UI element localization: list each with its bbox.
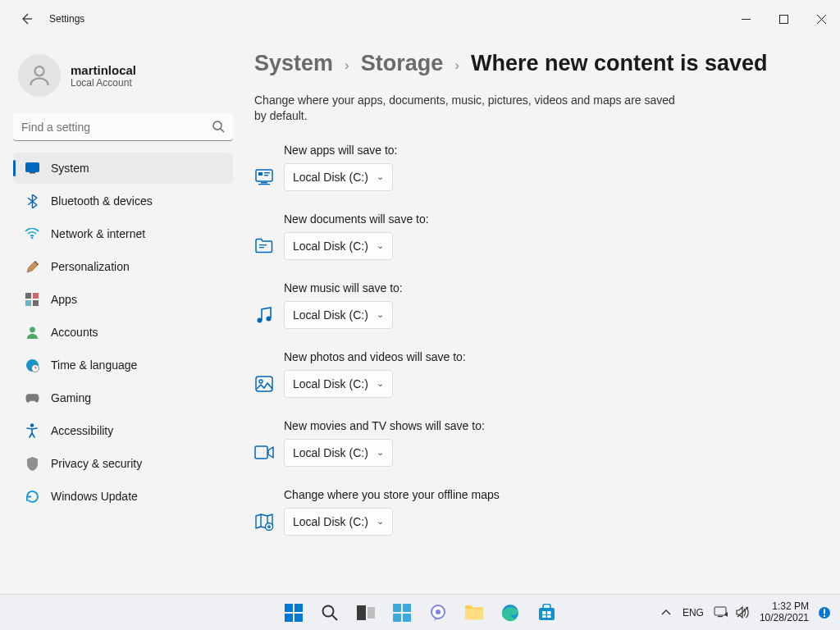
dropdown-value: Local Disk (C:) bbox=[293, 308, 368, 322]
clock[interactable]: 1:32 PM 10/28/2021 bbox=[760, 601, 809, 624]
nav-list: System Bluetooth & devices Network & int… bbox=[13, 153, 240, 512]
setting-apps: New apps will save to: Local Disk (C:)⌄ bbox=[254, 144, 815, 191]
svg-rect-25 bbox=[259, 247, 264, 248]
dropdown-value: Local Disk (C:) bbox=[293, 240, 368, 253]
search-box[interactable] bbox=[13, 113, 233, 141]
task-view-button[interactable] bbox=[350, 597, 381, 628]
person-icon bbox=[25, 326, 39, 339]
sidebar-item-gaming[interactable]: Gaming bbox=[13, 382, 233, 413]
system-icon bbox=[25, 162, 39, 174]
sidebar-item-label: Windows Update bbox=[51, 490, 138, 503]
svg-point-27 bbox=[267, 316, 272, 321]
svg-rect-49 bbox=[542, 611, 546, 614]
sidebar-item-update[interactable]: Windows Update bbox=[13, 481, 233, 512]
svg-rect-58 bbox=[824, 615, 825, 617]
svg-rect-53 bbox=[714, 607, 726, 615]
volume-tray-icon[interactable] bbox=[733, 597, 753, 628]
svg-line-6 bbox=[221, 129, 224, 132]
breadcrumb-storage[interactable]: Storage bbox=[361, 51, 444, 76]
music-location-dropdown[interactable]: Local Disk (C:)⌄ bbox=[284, 301, 393, 329]
explorer-button[interactable] bbox=[459, 597, 490, 628]
update-icon bbox=[25, 490, 39, 504]
minimize-button[interactable] bbox=[727, 6, 765, 32]
svg-point-36 bbox=[323, 605, 334, 616]
maximize-button[interactable] bbox=[765, 6, 802, 32]
notifications-button[interactable] bbox=[815, 597, 833, 628]
breadcrumb-system[interactable]: System bbox=[254, 51, 333, 76]
svg-rect-42 bbox=[393, 614, 401, 622]
widgets-button[interactable] bbox=[386, 597, 418, 628]
sidebar-item-label: Network & internet bbox=[51, 227, 145, 240]
setting-photos: New photos and videos will save to: Loca… bbox=[254, 350, 815, 398]
svg-rect-24 bbox=[259, 244, 267, 245]
photos-icon bbox=[254, 376, 274, 392]
svg-rect-43 bbox=[403, 614, 411, 622]
svg-point-29 bbox=[259, 380, 262, 383]
sidebar-item-system[interactable]: System bbox=[13, 153, 233, 184]
svg-rect-51 bbox=[542, 615, 546, 618]
network-tray-icon[interactable] bbox=[710, 597, 732, 628]
tray-overflow-button[interactable] bbox=[656, 597, 676, 628]
svg-rect-8 bbox=[30, 172, 35, 174]
sidebar-item-apps[interactable]: Apps bbox=[13, 284, 233, 315]
edge-button[interactable] bbox=[495, 597, 526, 628]
search-input[interactable] bbox=[13, 113, 233, 141]
chevron-down-icon: ⌄ bbox=[377, 240, 384, 251]
dropdown-value: Local Disk (C:) bbox=[293, 446, 368, 459]
svg-rect-13 bbox=[33, 300, 39, 306]
sidebar-item-privacy[interactable]: Privacy & security bbox=[13, 448, 233, 479]
chevron-right-icon: › bbox=[454, 57, 459, 74]
setting-label: New movies and TV shows will save to: bbox=[284, 419, 815, 432]
photos-location-dropdown[interactable]: Local Disk (C:)⌄ bbox=[284, 370, 393, 398]
sidebar-item-accessibility[interactable]: Accessibility bbox=[13, 415, 233, 446]
chevron-down-icon: ⌄ bbox=[377, 309, 384, 320]
apps-location-dropdown[interactable]: Local Disk (C:)⌄ bbox=[284, 163, 393, 191]
documents-location-dropdown[interactable]: Local Disk (C:)⌄ bbox=[284, 232, 393, 260]
sidebar-item-label: Personalization bbox=[51, 260, 130, 273]
sidebar-item-time[interactable]: Time & language bbox=[13, 349, 233, 381]
video-icon bbox=[254, 445, 274, 459]
sidebar-item-personalization[interactable]: Personalization bbox=[13, 251, 233, 282]
chevron-down-icon: ⌄ bbox=[377, 516, 384, 527]
movies-location-dropdown[interactable]: Local Disk (C:)⌄ bbox=[284, 439, 393, 467]
svg-rect-35 bbox=[294, 614, 303, 622]
title-bar: Settings bbox=[0, 0, 840, 38]
close-button[interactable] bbox=[802, 6, 840, 32]
language-indicator[interactable]: ENG bbox=[678, 607, 709, 619]
svg-rect-39 bbox=[368, 607, 375, 619]
svg-rect-32 bbox=[285, 604, 293, 612]
svg-rect-11 bbox=[33, 293, 39, 299]
svg-rect-34 bbox=[285, 614, 293, 622]
wifi-icon bbox=[25, 228, 39, 240]
back-button[interactable] bbox=[16, 9, 36, 29]
svg-rect-28 bbox=[256, 377, 272, 391]
svg-rect-48 bbox=[539, 608, 555, 620]
sidebar-item-label: Privacy & security bbox=[51, 457, 142, 470]
svg-rect-19 bbox=[258, 172, 262, 176]
taskbar-search-button[interactable] bbox=[314, 597, 345, 628]
svg-rect-41 bbox=[403, 604, 411, 612]
maps-icon bbox=[254, 513, 274, 531]
sidebar-item-network[interactable]: Network & internet bbox=[13, 218, 233, 249]
dropdown-value: Local Disk (C:) bbox=[293, 515, 368, 528]
svg-point-4 bbox=[34, 66, 43, 75]
taskbar-center bbox=[278, 597, 562, 628]
apps-save-icon bbox=[254, 169, 274, 185]
store-button[interactable] bbox=[531, 597, 562, 628]
profile-block[interactable]: martinlocal Local Account bbox=[18, 54, 240, 97]
start-button[interactable] bbox=[278, 597, 309, 628]
svg-rect-30 bbox=[255, 446, 267, 459]
sidebar-item-label: Gaming bbox=[51, 391, 91, 404]
sidebar-item-label: Accounts bbox=[51, 326, 98, 339]
chevron-down-icon: ⌄ bbox=[377, 171, 384, 182]
chat-button[interactable] bbox=[422, 597, 454, 628]
svg-point-9 bbox=[31, 237, 34, 240]
maps-location-dropdown[interactable]: Local Disk (C:)⌄ bbox=[284, 508, 393, 536]
globe-clock-icon bbox=[25, 358, 39, 372]
sidebar-item-accounts[interactable]: Accounts bbox=[13, 317, 233, 348]
system-tray: ENG 1:32 PM 10/28/2021 bbox=[656, 597, 840, 628]
svg-rect-21 bbox=[264, 175, 268, 176]
sidebar-item-bluetooth[interactable]: Bluetooth & devices bbox=[13, 185, 233, 217]
svg-point-26 bbox=[258, 317, 262, 322]
svg-rect-22 bbox=[261, 182, 267, 184]
